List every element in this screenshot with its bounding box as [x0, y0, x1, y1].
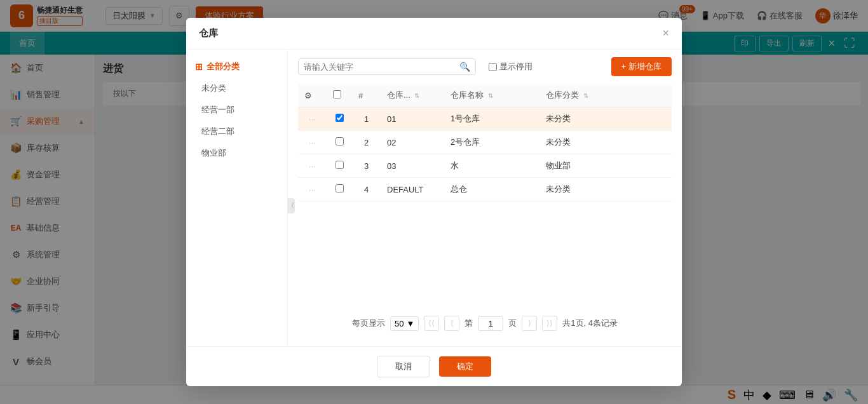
row-checkbox-cell [327, 154, 352, 178]
search-input[interactable] [304, 62, 459, 72]
row-gear: ··· [298, 154, 327, 178]
show-disabled-toggle[interactable]: 显示停用 [489, 61, 532, 72]
pagination: 每页显示 50 ▼ ⟨⟨ ⟨ 第 页 ⟩ [298, 308, 672, 339]
modal-main: 🔍 显示停用 + 新增仓库 [288, 50, 682, 346]
category-sidebar: ⊞ 全部分类 未分类 经营一部 经营二部 物业部 《 [186, 50, 288, 346]
prev-page-button[interactable]: ⟨ [444, 316, 459, 331]
row-gear: ··· [298, 131, 327, 154]
category-property[interactable]: 物业部 [186, 142, 287, 164]
page-number-input[interactable] [478, 316, 503, 331]
modal-close-button[interactable]: × [662, 27, 669, 40]
row-actions [616, 154, 672, 178]
table-row[interactable]: ··· 3 03 水 物业部 [298, 154, 672, 178]
modal-header: 仓库 × [186, 18, 682, 50]
row-checkbox[interactable] [336, 161, 344, 169]
row-checkbox[interactable] [336, 137, 344, 145]
row-actions [616, 178, 672, 201]
page-suffix: 页 [508, 318, 517, 329]
table-header-check [327, 84, 352, 107]
row-category: 未分类 [539, 107, 616, 131]
row-code: DEFAULT [381, 178, 444, 201]
row-num: 3 [352, 154, 381, 178]
chevron-down-icon: ▼ [406, 319, 414, 328]
row-actions [616, 107, 672, 131]
row-checkbox-cell [327, 131, 352, 154]
modal-body: ⊞ 全部分类 未分类 经营一部 经营二部 物业部 《 🔍 [186, 50, 682, 346]
per-page-label: 每页显示 [352, 318, 385, 329]
more-icon[interactable]: ··· [309, 114, 316, 124]
category-ops2[interactable]: 经营二部 [186, 121, 287, 142]
row-checkbox-cell [327, 107, 352, 131]
category-collapse-button[interactable]: 《 [287, 198, 295, 213]
table-header-gear: ⚙ [298, 84, 327, 107]
table-header-row: ⚙ # 仓库... ⇅ [298, 84, 672, 107]
gear-col-icon: ⚙ [304, 91, 312, 100]
row-gear: ··· [298, 107, 327, 131]
page-number-label: 第 [465, 318, 473, 329]
row-name: 1号仓库 [444, 107, 539, 131]
warehouse-modal: 仓库 × ⊞ 全部分类 未分类 经营一部 经营二部 物业部 《 [186, 18, 682, 386]
next-page-button[interactable]: ⟩ [522, 316, 537, 331]
table-header-num: # [352, 84, 381, 107]
select-all-checkbox[interactable] [333, 90, 341, 98]
category-ops1[interactable]: 经营一部 [186, 99, 287, 121]
name-sort-icon: ⇅ [488, 92, 493, 99]
more-icon[interactable]: ··· [309, 161, 316, 171]
search-box: 🔍 [298, 58, 476, 75]
modal-title: 仓库 [199, 27, 218, 39]
modal-overlay: 仓库 × ⊞ 全部分类 未分类 经营一部 经营二部 物业部 《 [0, 0, 868, 404]
grid-icon: ⊞ [195, 62, 203, 72]
row-code: 03 [381, 154, 444, 178]
last-page-button[interactable]: ⟩⟩ [542, 316, 557, 331]
more-icon[interactable]: ··· [309, 185, 316, 194]
cancel-button[interactable]: 取消 [377, 356, 430, 377]
add-warehouse-button[interactable]: + 新增仓库 [611, 57, 672, 76]
first-page-button[interactable]: ⟨⟨ [424, 316, 439, 331]
show-disabled-checkbox[interactable] [489, 63, 497, 71]
row-num: 4 [352, 178, 381, 201]
cat-sort-icon: ⇅ [583, 92, 588, 99]
more-icon[interactable]: ··· [309, 138, 316, 147]
table-header-category: 仓库分类 ⇅ [539, 84, 616, 107]
row-category: 物业部 [539, 154, 616, 178]
table-row[interactable]: ··· 2 02 2号仓库 未分类 [298, 131, 672, 154]
modal-toolbar: 🔍 显示停用 + 新增仓库 [298, 57, 672, 76]
row-checkbox[interactable] [336, 114, 344, 122]
table-row[interactable]: ··· 4 DEFAULT 总仓 未分类 [298, 178, 672, 201]
row-category: 未分类 [539, 131, 616, 154]
per-page-select[interactable]: 50 ▼ [390, 316, 419, 331]
all-categories[interactable]: ⊞ 全部分类 [186, 56, 287, 77]
page-total: 共1页, 4条记录 [562, 318, 618, 329]
search-icon: 🔍 [459, 62, 470, 72]
confirm-button[interactable]: 确定 [439, 356, 491, 377]
row-name: 总仓 [444, 178, 539, 201]
row-num: 2 [352, 131, 381, 154]
row-num: 1 [352, 107, 381, 131]
row-checkbox-cell [327, 178, 352, 201]
modal-footer: 取消 确定 [186, 346, 682, 386]
row-checkbox[interactable] [336, 184, 344, 192]
warehouse-table: ⚙ # 仓库... ⇅ [298, 84, 672, 201]
row-name: 2号仓库 [444, 131, 539, 154]
warehouse-table-container: ⚙ # 仓库... ⇅ [298, 84, 672, 308]
row-code: 01 [381, 107, 444, 131]
category-unclassified[interactable]: 未分类 [186, 77, 287, 99]
table-header-name: 仓库名称 ⇅ [444, 84, 539, 107]
row-category: 未分类 [539, 178, 616, 201]
row-code: 02 [381, 131, 444, 154]
row-actions [616, 131, 672, 154]
table-header-code: 仓库... ⇅ [381, 84, 444, 107]
table-header-actions [616, 84, 672, 107]
code-sort-icon: ⇅ [414, 92, 419, 99]
row-gear: ··· [298, 178, 327, 201]
row-name: 水 [444, 154, 539, 178]
table-row[interactable]: ··· 1 01 1号仓库 未分类 [298, 107, 672, 131]
